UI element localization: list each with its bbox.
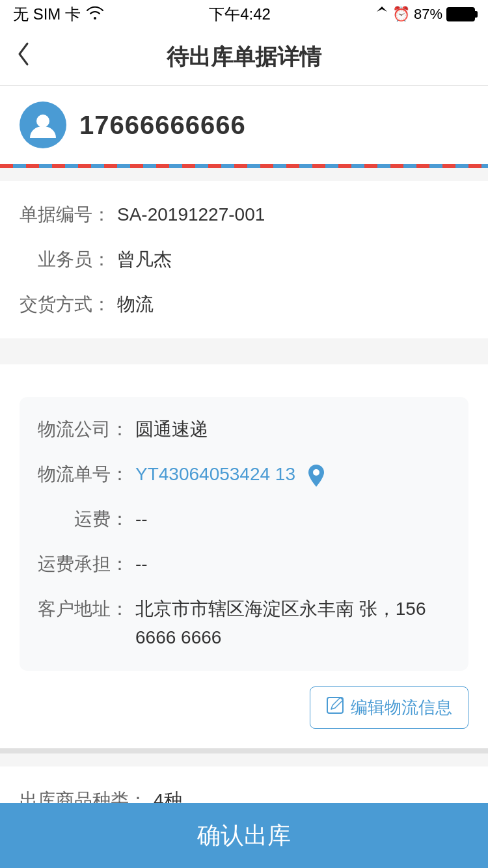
freight-label: 运费： bbox=[38, 505, 135, 534]
battery-percent: 87% bbox=[414, 6, 442, 23]
dashed-divider bbox=[0, 164, 488, 168]
document-number-label: 单据编号： bbox=[20, 200, 117, 230]
freight-row: 运费： -- bbox=[38, 505, 450, 534]
page-title: 待出库单据详情 bbox=[167, 42, 321, 72]
logistics-section: 物流公司： 圆通速递 物流单号： YT43064053424 13 运费： --… bbox=[0, 364, 488, 748]
battery-icon bbox=[446, 7, 475, 21]
delivery-method-row: 交货方式： 物流 bbox=[20, 290, 468, 319]
edit-logistics-button[interactable]: 编辑物流信息 bbox=[310, 686, 468, 729]
status-left: 无 SIM 卡 bbox=[13, 4, 104, 25]
status-time: 下午4:42 bbox=[209, 4, 271, 25]
user-phone: 17666666666 bbox=[79, 111, 246, 140]
freight-value: -- bbox=[135, 505, 450, 534]
carrier-label: 无 SIM 卡 bbox=[13, 4, 81, 25]
confirm-label: 确认出库 bbox=[197, 820, 291, 852]
sales-person-value: 曾凡杰 bbox=[117, 245, 468, 275]
status-bar: 无 SIM 卡 下午4:42 ⏰ 87% bbox=[0, 0, 488, 29]
sales-person-label: 业务员： bbox=[20, 245, 117, 275]
alarm-icon: ⏰ bbox=[392, 6, 410, 23]
logistics-company-value: 圆通速递 bbox=[135, 415, 450, 444]
address-label: 客户地址： bbox=[38, 595, 135, 624]
freight-bearer-label: 运费承担： bbox=[38, 550, 135, 579]
tracking-number-row: 物流单号： YT43064053424 13 bbox=[38, 460, 450, 489]
edit-logistics-label: 编辑物流信息 bbox=[351, 696, 452, 719]
avatar bbox=[20, 102, 66, 148]
freight-bearer-value: -- bbox=[135, 550, 450, 579]
svg-point-0 bbox=[36, 115, 49, 128]
tracking-number-value: YT43064053424 13 bbox=[135, 460, 450, 489]
edit-icon bbox=[326, 696, 344, 719]
user-header: 17666666666 bbox=[0, 86, 488, 164]
svg-rect-2 bbox=[327, 698, 343, 713]
sales-person-row: 业务员： 曾凡杰 bbox=[20, 245, 468, 275]
basic-info-section: 单据编号： SA-20191227-001 业务员： 曾凡杰 交货方式： 物流 bbox=[0, 181, 488, 338]
document-number-row: 单据编号： SA-20191227-001 bbox=[20, 200, 468, 230]
logistics-company-label: 物流公司： bbox=[38, 415, 135, 444]
back-button[interactable] bbox=[16, 41, 31, 73]
tracking-number-label: 物流单号： bbox=[38, 460, 135, 489]
status-right: ⏰ 87% bbox=[375, 5, 475, 23]
confirm-button[interactable]: 确认出库 bbox=[0, 803, 488, 868]
wifi-icon bbox=[86, 5, 104, 23]
location-icon bbox=[375, 5, 388, 23]
svg-point-1 bbox=[313, 469, 319, 476]
address-row: 客户地址： 北京市市辖区海淀区永丰南 张，156 6666 6666 bbox=[38, 595, 450, 653]
delivery-method-label: 交货方式： bbox=[20, 290, 117, 319]
freight-bearer-row: 运费承担： -- bbox=[38, 550, 450, 579]
logistics-company-row: 物流公司： 圆通速递 bbox=[38, 415, 450, 444]
delivery-method-value: 物流 bbox=[117, 290, 468, 319]
logistics-card: 物流公司： 圆通速递 物流单号： YT43064053424 13 运费： --… bbox=[20, 397, 468, 671]
address-value: 北京市市辖区海淀区永丰南 张，156 6666 6666 bbox=[135, 595, 450, 653]
nav-bar: 待出库单据详情 bbox=[0, 29, 488, 86]
location-pin-icon bbox=[303, 462, 329, 488]
document-number-value: SA-20191227-001 bbox=[117, 200, 468, 230]
